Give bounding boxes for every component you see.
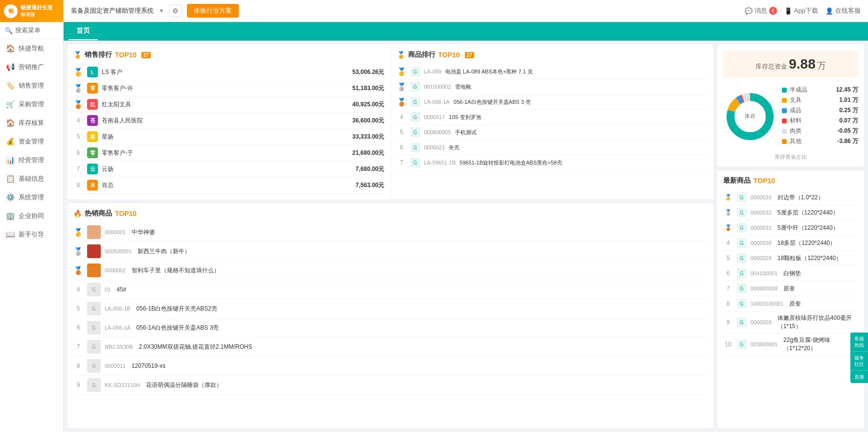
rank-amount: 51,183.00元: [352, 84, 384, 93]
nav-label-operation: 经营管理: [19, 156, 44, 165]
donut-label: 库存: [745, 113, 755, 119]
legend-dot: [782, 119, 787, 123]
main-area: 装备及固定资产辅助管理系统 ▼ ⚙ 体验行业方案 💬 消息 6 📱 App下载 …: [64, 0, 868, 432]
sidebar-item-system[interactable]: ⚙️ 系统管理: [0, 188, 63, 207]
product-code: LA-59651-1B: [424, 160, 456, 166]
sidebar-item-basic-info[interactable]: 📋 基础信息: [0, 169, 63, 188]
latest-top10-label: TOP10: [754, 177, 775, 185]
product-icon: G: [737, 238, 747, 248]
table-row: 6 零 零售客户-于 21,680.00元: [73, 145, 385, 161]
product-icon: G: [737, 339, 747, 349]
list-item: 🥇 G 0000033 封边带（1.0*22）: [723, 190, 858, 205]
rank-amount: 21,680.00元: [352, 149, 384, 157]
nav-label-basic-info: 基础信息: [19, 174, 44, 183]
enterprise-icon: 🏢: [6, 212, 15, 220]
product-icon: G: [411, 97, 420, 107]
product-name: 056-1A白色按键开关盖ABS 3壳: [137, 324, 708, 332]
sidebar-item-enterprise[interactable]: 🏢 企业协同: [0, 207, 63, 225]
message-button[interactable]: 💬 消息 6: [745, 6, 777, 15]
list-item: 4 G 0000030 18多层（1220*2440）: [723, 236, 858, 251]
sidebar-item-finance[interactable]: 💰 资金管理: [0, 132, 63, 151]
legend-value: -0.05 万: [831, 127, 858, 135]
sidebar-item-quick-nav[interactable]: 🏠 快捷导航: [0, 39, 63, 58]
sidebar-item-operation[interactable]: 📊 经营管理: [0, 151, 63, 169]
sidebar: 畅 畅捷通好生意 标准版 🔍 搜索菜单 🏠 快捷导航 📢 营销推广 🏷️ 销售管…: [0, 0, 64, 432]
inventory-total-label: 库存总资金: [755, 63, 787, 70]
float-service: 客服热线 服务社区 直播: [850, 333, 868, 383]
product-code: 000800005: [424, 129, 451, 135]
latest-label: 最新商品: [723, 176, 751, 185]
product-thumbnail: [87, 244, 101, 258]
legend-dot: [782, 98, 787, 103]
nav-label-enterprise: 企业协同: [19, 212, 44, 220]
dropdown-icon[interactable]: ▼: [159, 7, 164, 14]
table-row: 🥈 G 001000002 雪地靴: [397, 79, 708, 95]
list-item: 8 G 10000100001 原奎: [723, 296, 858, 312]
finance-icon: 💰: [6, 137, 15, 146]
inventory-card: 库存总资金 9.88 万: [717, 45, 864, 167]
list-item: 🥉 0000002 智利车子里（规格不知道填什么）: [73, 261, 708, 280]
app-download-label: App下载: [794, 6, 818, 15]
rank-avatar: L: [87, 67, 98, 77]
float-customer-service[interactable]: 客服热线: [850, 333, 868, 352]
topbar-right: 💬 消息 6 📱 App下载 👤 在线客服: [745, 6, 861, 15]
product-code: 0000029: [751, 255, 772, 261]
product-thumbnail: G: [87, 359, 101, 373]
sidebar-item-sales[interactable]: 🏷️ 销售管理: [0, 76, 63, 95]
guide-icon: 📖: [6, 230, 15, 239]
product-code: 0000032: [751, 210, 772, 216]
product-code: 001000002: [424, 84, 451, 90]
legend-value: -3.86 万: [831, 137, 858, 145]
trial-button[interactable]: 体验行业方案: [187, 4, 239, 18]
legend-dot: [782, 129, 787, 134]
product-code: 004100001: [751, 270, 777, 276]
nav-label-guide: 新手引导: [19, 230, 44, 239]
rank-number: 10: [723, 341, 733, 348]
donut-chart-container: 库存 半成品 12.45 万 文具 1.01 万: [723, 82, 858, 151]
sales-top10-label: TOP10: [115, 51, 137, 59]
legend-dot: [782, 88, 787, 93]
float-community[interactable]: 服务社区: [850, 352, 868, 371]
settings-button[interactable]: ⚙: [169, 4, 182, 17]
sidebar-item-marketing[interactable]: 📢 营销推广: [0, 58, 63, 76]
app-download-button[interactable]: 📱 App下载: [784, 6, 818, 15]
list-item: 🥈 000500001 新西兰牛肉（新牛）: [73, 242, 708, 261]
tab-home[interactable]: 首页: [69, 23, 98, 40]
product-icon: G: [411, 143, 420, 152]
hot-products-label: 热销商品: [85, 209, 112, 218]
legend-item-meat: 肉类 -0.05 万: [782, 127, 858, 135]
product-code: 0000002: [105, 267, 126, 273]
rank-number: 5: [73, 305, 83, 312]
product-name: 18颗粒板（1220*2440）: [777, 254, 858, 263]
rank-number: 7: [73, 343, 83, 350]
sales-rank-table: 🥇 L LS 客户 53,006.26元 🥈 零 零售客户-许 51,183.0…: [73, 64, 385, 193]
product-top10-label: TOP10: [438, 51, 460, 59]
sidebar-item-guide[interactable]: 📖 新手引导: [0, 225, 63, 244]
sidebar-item-purchase[interactable]: 🛒 采购管理: [0, 95, 63, 114]
search-menu[interactable]: 🔍 搜索菜单: [0, 22, 63, 39]
inventory-subtitle: 库存资金占比: [723, 153, 858, 161]
online-service-button[interactable]: 👤 在线客服: [825, 6, 861, 15]
inventory-total-unit: 万: [817, 61, 826, 71]
bronze-medal-icon: 🥉: [397, 97, 407, 107]
purchase-icon: 🛒: [6, 100, 15, 109]
message-label: 消息: [754, 6, 767, 15]
gold-medal-icon: 🥇: [397, 67, 407, 76]
product-icon: G: [737, 317, 747, 327]
float-live[interactable]: 直播: [850, 371, 868, 383]
rank-amount: 53,006.26元: [352, 68, 384, 76]
product-name: 2.0X30MM双搓花轴,搓花直径2.1MM/ROHS: [138, 343, 708, 351]
legend-name: 其他: [790, 137, 828, 145]
rank-number: 6: [73, 324, 83, 331]
product-badge: 27: [465, 52, 474, 58]
phone-icon: 📱: [784, 7, 792, 15]
legend-value: 1.01 万: [831, 96, 858, 104]
list-item: 7 G NB2.0X30B 2.0X30MM双搓花轴,搓花直径2.1MM/ROH…: [73, 337, 708, 357]
table-row: 5 星 星扬 33,333.00元: [73, 129, 385, 145]
product-thumbnail: [87, 225, 101, 239]
sidebar-item-inventory[interactable]: 🏠 库存核算: [0, 114, 63, 132]
silver-medal-icon: 🥈: [73, 247, 83, 256]
legend-item-semifinished: 半成品 12.45 万: [782, 86, 858, 94]
table-row: 🥉 红 红太阳文具 40,925.00元: [73, 96, 385, 113]
rank-number: 6: [723, 270, 733, 277]
